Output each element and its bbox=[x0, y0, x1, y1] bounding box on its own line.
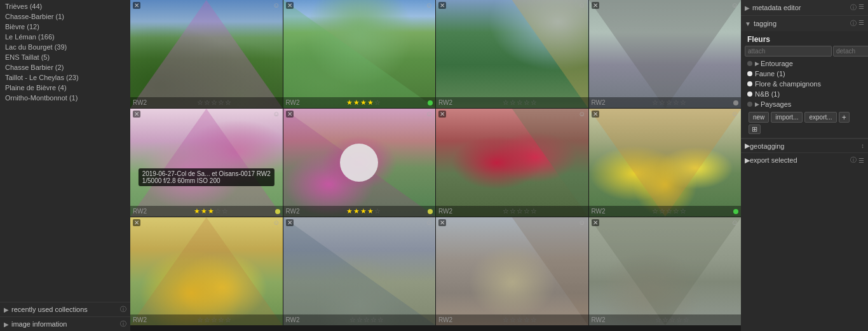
star-4[interactable]: ★ bbox=[367, 98, 374, 107]
star-5[interactable]: ☆ bbox=[377, 316, 384, 324]
geotagging-section[interactable]: ▶ geotagging ↕ bbox=[741, 138, 868, 152]
star-5[interactable]: ☆ bbox=[225, 316, 231, 324]
star-3[interactable]: ★ bbox=[208, 207, 214, 215]
star-4[interactable]: ☆ bbox=[676, 316, 682, 324]
photo-cell[interactable]: ✕ ☺ RW2 ★ ★ ★ ★ ☆ bbox=[283, 0, 436, 108]
close-button[interactable]: ✕ bbox=[592, 111, 599, 118]
star-1[interactable]: ☆ bbox=[652, 207, 658, 215]
photo-cell[interactable]: ✕ ☺ 2019-06-27-Col de Sa... et Oisans-00… bbox=[130, 109, 283, 217]
star-3[interactable]: ★ bbox=[360, 207, 367, 215]
star-rating[interactable]: ☆ ☆ ☆ ☆ ☆ bbox=[454, 98, 585, 107]
close-button[interactable]: ✕ bbox=[133, 219, 140, 226]
star-rating[interactable]: ☆ ☆ ☆ ☆ ☆ bbox=[148, 316, 280, 324]
star-rating[interactable]: ★ ★ ★ ★ ☆ bbox=[301, 207, 426, 215]
collection-item[interactable]: Plaine de Bièvre (4) bbox=[0, 83, 130, 93]
export-selected-section[interactable]: ▶ export selected ⓘ ☰ bbox=[741, 152, 868, 167]
photo-cell[interactable]: ✕ ☺ RW2 ★ ★ ★ ★ ☆ bbox=[283, 109, 436, 217]
star-3[interactable]: ☆ bbox=[666, 207, 672, 215]
photo-cell[interactable]: ✕ ☺ RW2 ☆ ☆ ☆ ☆ ☆ bbox=[436, 0, 588, 108]
close-button[interactable]: ✕ bbox=[133, 111, 140, 118]
photo-cell[interactable]: ✕ ☺ RW2 ☆ ☆ ☆ ☆ ☆ bbox=[283, 217, 436, 325]
close-button[interactable]: ✕ bbox=[592, 219, 599, 226]
tag-item-flore[interactable]: Flore & champignons bbox=[745, 79, 864, 89]
star-4[interactable]: ☆ bbox=[370, 316, 377, 324]
star-2[interactable]: ☆ bbox=[204, 316, 210, 324]
star-rating[interactable]: ☆ ☆ ☆ ☆ ☆ bbox=[301, 316, 433, 324]
attach-input[interactable] bbox=[745, 46, 832, 57]
star-4[interactable]: ☆ bbox=[218, 98, 224, 107]
recently-used-collections-header[interactable]: ▶ recently used collections ⓘ bbox=[0, 302, 130, 316]
star-rating[interactable]: ☆ ☆ ☆ ☆ ☆ bbox=[607, 316, 738, 324]
star-2[interactable]: ☆ bbox=[659, 207, 665, 215]
tagging-header[interactable]: ▼ tagging ⓘ ☰ bbox=[741, 16, 868, 31]
close-button[interactable]: ✕ bbox=[286, 111, 294, 118]
star-3[interactable]: ☆ bbox=[517, 316, 523, 324]
star-5[interactable]: ☆ bbox=[680, 207, 686, 215]
collection-item[interactable]: Chasse-Barbier (1) bbox=[0, 11, 130, 22]
star-2[interactable]: ★ bbox=[353, 207, 360, 215]
close-button[interactable]: ✕ bbox=[438, 219, 446, 226]
star-5[interactable]: ☆ bbox=[683, 316, 689, 324]
star-3[interactable]: ☆ bbox=[517, 207, 523, 215]
star-3[interactable]: ☆ bbox=[669, 316, 675, 324]
collection-item[interactable]: Bièvre (12) bbox=[0, 22, 130, 32]
star-rating[interactable]: ★ ★ ★ ★ ☆ bbox=[301, 98, 426, 107]
star-1[interactable]: ☆ bbox=[503, 316, 509, 324]
star-5[interactable]: ☆ bbox=[531, 207, 537, 215]
photo-cell[interactable]: ✕ ☺ RW2 ☆ ☆ ☆ ☆ ☆ bbox=[130, 0, 283, 108]
star-2[interactable]: ☆ bbox=[204, 98, 210, 107]
star-1[interactable]: ★ bbox=[346, 98, 353, 107]
tag-item-nb[interactable]: N&B (1) bbox=[745, 89, 864, 99]
photo-cell[interactable]: ✕ ☺ RW2 ☆ ☆ ☆ ☆ ☆ bbox=[436, 109, 588, 217]
star-2[interactable]: ☆ bbox=[510, 207, 516, 215]
star-rating[interactable]: ☆ ☆ ☆ ☆ ☆ bbox=[607, 98, 732, 107]
star-3[interactable]: ☆ bbox=[517, 98, 523, 107]
export-button[interactable]: export... bbox=[804, 112, 836, 123]
star-3[interactable]: ☆ bbox=[666, 98, 672, 107]
detach-input[interactable] bbox=[833, 46, 868, 57]
plus-button[interactable]: + bbox=[839, 112, 850, 123]
tag-item-paysages[interactable]: ▶ Paysages bbox=[745, 99, 864, 109]
star-5[interactable]: ☆ bbox=[531, 98, 537, 107]
star-4[interactable]: ☆ bbox=[673, 98, 679, 107]
metadata-editor-header[interactable]: ▶ metadata editor ⓘ ☰ bbox=[741, 0, 868, 15]
close-button[interactable]: ✕ bbox=[438, 2, 446, 9]
star-5[interactable]: ☆ bbox=[374, 207, 381, 215]
star-4[interactable]: ★ bbox=[367, 207, 374, 215]
star-rating[interactable]: ☆ ☆ ☆ ☆ ☆ bbox=[148, 98, 280, 107]
star-1[interactable]: ☆ bbox=[503, 207, 509, 215]
star-2[interactable]: ☆ bbox=[356, 316, 363, 324]
photo-cell[interactable]: ✕ ☺ RW2 ☆ ☆ ☆ ☆ ☆ bbox=[436, 217, 588, 325]
collection-item[interactable]: ENS Taillat (5) bbox=[0, 52, 130, 62]
collection-item[interactable]: Chasse Barbier (2) bbox=[0, 62, 130, 72]
collection-item[interactable]: Ornitho-Montbonnot (1) bbox=[0, 93, 130, 103]
collection-item[interactable]: Lac du Bourget (39) bbox=[0, 42, 130, 52]
star-4[interactable]: ☆ bbox=[218, 316, 224, 324]
star-2[interactable]: ☆ bbox=[510, 98, 516, 107]
star-1[interactable]: ☆ bbox=[197, 316, 203, 324]
star-1[interactable]: ☆ bbox=[197, 98, 203, 107]
star-2[interactable]: ★ bbox=[201, 207, 207, 215]
star-rating[interactable]: ☆ ☆ ☆ ☆ ☆ bbox=[454, 207, 585, 215]
close-button[interactable]: ✕ bbox=[286, 2, 294, 9]
star-1[interactable]: ☆ bbox=[349, 316, 356, 324]
tag-item-entourage[interactable]: ▶ Entourage bbox=[745, 58, 864, 69]
star-1[interactable]: ☆ bbox=[652, 98, 658, 107]
star-5[interactable]: ☆ bbox=[222, 207, 228, 215]
star-1[interactable]: ★ bbox=[194, 207, 200, 215]
close-button[interactable]: ✕ bbox=[133, 2, 140, 9]
import-button[interactable]: import... bbox=[771, 112, 803, 123]
star-4[interactable]: ☆ bbox=[524, 98, 530, 107]
star-1[interactable]: ☆ bbox=[503, 98, 509, 107]
star-4[interactable]: ☆ bbox=[215, 207, 221, 215]
collection-item[interactable]: Trièves (44) bbox=[0, 1, 130, 11]
collection-item[interactable]: Le Léman (166) bbox=[0, 32, 130, 42]
photo-cell[interactable]: ✕ ☺ RW2 ☆ ☆ ☆ ☆ ☆ bbox=[589, 109, 742, 217]
star-4[interactable]: ☆ bbox=[524, 207, 530, 215]
photo-cell[interactable]: ✕ ☺ RW2 ☆ ☆ ☆ ☆ ☆ bbox=[589, 0, 742, 108]
star-rating[interactable]: ☆ ☆ ☆ ☆ ☆ bbox=[454, 316, 585, 324]
star-3[interactable]: ☆ bbox=[211, 98, 217, 107]
star-rating[interactable]: ☆ ☆ ☆ ☆ ☆ bbox=[607, 207, 732, 215]
star-1[interactable]: ★ bbox=[346, 207, 353, 215]
star-2[interactable]: ☆ bbox=[659, 98, 665, 107]
